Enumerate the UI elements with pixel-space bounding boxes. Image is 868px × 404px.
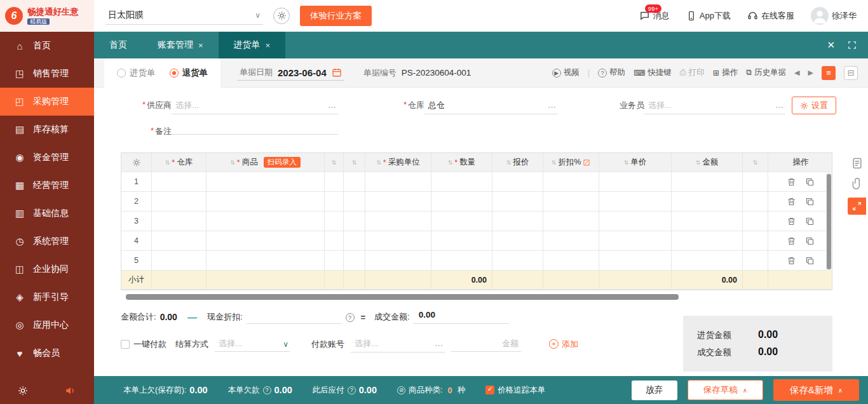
- user-menu[interactable]: 徐泽华: [811, 7, 857, 25]
- col-header-discount[interactable]: ⇅折扣%: [543, 153, 599, 172]
- col-header-extra-3[interactable]: ⇅: [743, 153, 768, 172]
- save-and-new-button[interactable]: 保存&新增∧: [773, 379, 859, 401]
- sort-icon[interactable]: ⇅: [332, 159, 337, 166]
- deal-amount-value[interactable]: 0.00: [414, 310, 509, 324]
- app-download-button[interactable]: App下载: [686, 10, 731, 22]
- grid-settings-button[interactable]: 设置: [792, 97, 836, 114]
- cell-amount[interactable]: [672, 212, 743, 231]
- col-header-qty[interactable]: ⇅*数量: [431, 153, 492, 172]
- cell-qty[interactable]: [431, 231, 492, 250]
- col-header-extra-2[interactable]: ⇅: [344, 153, 365, 172]
- cell-unit[interactable]: [365, 172, 431, 191]
- close-tab-icon[interactable]: ×: [266, 41, 271, 50]
- messages-button[interactable]: 99+ 消息: [639, 10, 670, 22]
- sidebar-item-app-center[interactable]: ◎应用中心: [0, 311, 94, 339]
- vertical-scrollbar-thumb[interactable]: [827, 174, 831, 269]
- cell-qty[interactable]: [431, 251, 492, 270]
- cash-discount-input[interactable]: ?: [247, 310, 342, 324]
- salesman-select[interactable]: 选择...⋯: [644, 97, 785, 114]
- sort-icon[interactable]: ⇅: [624, 159, 629, 166]
- add-payment-button[interactable]: +添加: [549, 339, 578, 350]
- cell-quote[interactable]: [492, 172, 543, 191]
- video-button[interactable]: ▶视频: [552, 67, 580, 78]
- settle-method-select[interactable]: 选择...∨: [215, 336, 290, 352]
- cell-unit-price[interactable]: [599, 212, 672, 231]
- hotkeys-button[interactable]: ⌨快捷键: [634, 67, 672, 78]
- cell-discount[interactable]: [543, 231, 599, 250]
- cell-discount[interactable]: [543, 172, 599, 191]
- fullscreen-icon[interactable]: [848, 41, 857, 50]
- delete-row-button[interactable]: [787, 197, 796, 206]
- delete-row-button[interactable]: [787, 236, 796, 246]
- sort-icon[interactable]: ⇅: [352, 159, 357, 166]
- sidebar-item-enterprise[interactable]: ◫企业协同: [0, 255, 94, 283]
- cell-quote[interactable]: [492, 231, 543, 250]
- horizontal-scrollbar-thumb[interactable]: [126, 294, 679, 300]
- cell-goods[interactable]: [207, 172, 325, 191]
- cell-discount[interactable]: [543, 212, 599, 231]
- sidebar-item-inventory[interactable]: ▤库存核算: [0, 116, 94, 144]
- sidebar-item-home[interactable]: ⌂首页: [0, 32, 94, 60]
- cell-unit[interactable]: [365, 192, 431, 211]
- trial-industry-plan-button[interactable]: 体验行业方案: [300, 6, 372, 26]
- copy-row-button[interactable]: [805, 256, 815, 266]
- price-track-checkbox[interactable]: [485, 386, 494, 394]
- prev-arrow-icon[interactable]: ◀: [794, 69, 799, 77]
- sidebar-item-purchase[interactable]: ◰采购管理: [0, 88, 94, 116]
- cell-goods[interactable]: [207, 192, 325, 211]
- cell-warehouse[interactable]: [152, 192, 207, 211]
- cell-unit-price[interactable]: [599, 251, 672, 270]
- cell-warehouse[interactable]: [152, 212, 207, 231]
- cell-quote[interactable]: [492, 251, 543, 270]
- cell-quote[interactable]: [492, 212, 543, 231]
- sidebar-item-operation[interactable]: ▦经营管理: [0, 172, 94, 199]
- sort-icon[interactable]: ⇅: [552, 159, 557, 166]
- cell-amount[interactable]: [672, 192, 743, 211]
- sort-icon[interactable]: ⇅: [376, 159, 381, 166]
- copy-row-button[interactable]: [805, 197, 815, 206]
- company-select[interactable]: 日太阳膜 ∨: [105, 6, 263, 25]
- cell-unit-price[interactable]: [599, 231, 672, 250]
- copy-row-button[interactable]: [805, 177, 815, 187]
- close-tab-icon[interactable]: ×: [198, 41, 203, 50]
- cell-unit[interactable]: [365, 251, 431, 270]
- delete-row-button[interactable]: [787, 177, 796, 187]
- cell-qty[interactable]: [431, 172, 492, 191]
- help-icon[interactable]: ?: [263, 386, 271, 394]
- operate-button[interactable]: ⊞操作: [713, 67, 738, 78]
- help-button[interactable]: ?帮助: [598, 67, 625, 78]
- save-draft-button[interactable]: 保存草稿∧: [688, 380, 763, 400]
- radio-purchase-order[interactable]: 进货单: [117, 67, 156, 79]
- sidebar-settings-button[interactable]: [18, 386, 28, 396]
- pay-amount-input[interactable]: 金额: [451, 336, 521, 352]
- sidebar-item-system[interactable]: ◷系统管理: [0, 227, 94, 255]
- col-header-goods[interactable]: ⇅*商品扫码录入: [207, 153, 325, 172]
- sidebar-item-funds[interactable]: ◉资金管理: [0, 144, 94, 172]
- sidebar-sound-button[interactable]: [65, 385, 76, 396]
- expand-panel-button[interactable]: [848, 198, 866, 215]
- cell-warehouse[interactable]: [152, 251, 207, 270]
- table-view-button[interactable]: ⊟: [844, 66, 858, 80]
- sort-icon[interactable]: ⇅: [448, 159, 453, 166]
- cell-goods[interactable]: [207, 212, 325, 231]
- discard-button[interactable]: 放弃: [632, 380, 677, 400]
- column-settings-button[interactable]: [121, 153, 152, 172]
- delete-row-button[interactable]: [787, 256, 796, 266]
- delete-row-button[interactable]: [787, 217, 796, 226]
- history-button[interactable]: ⧉历史单据: [746, 67, 786, 78]
- cell-qty[interactable]: [431, 212, 492, 231]
- cell-unit-price[interactable]: [599, 192, 672, 211]
- cell-discount[interactable]: [543, 192, 599, 211]
- more-icon[interactable]: ⋯: [775, 102, 784, 112]
- cell-discount[interactable]: [543, 251, 599, 270]
- cell-goods[interactable]: [207, 251, 325, 270]
- col-header-amount[interactable]: ⇅金额: [672, 153, 743, 172]
- one-click-pay-checkbox[interactable]: [121, 340, 130, 349]
- cell-unit[interactable]: [365, 231, 431, 250]
- tab-home[interactable]: 首页: [94, 32, 142, 58]
- sort-icon[interactable]: ⇅: [165, 159, 170, 166]
- cell-warehouse[interactable]: [152, 231, 207, 250]
- copy-row-button[interactable]: [805, 236, 815, 246]
- cell-goods[interactable]: [207, 231, 325, 250]
- document-date-field[interactable]: 单据日期 2023-06-04: [237, 65, 344, 81]
